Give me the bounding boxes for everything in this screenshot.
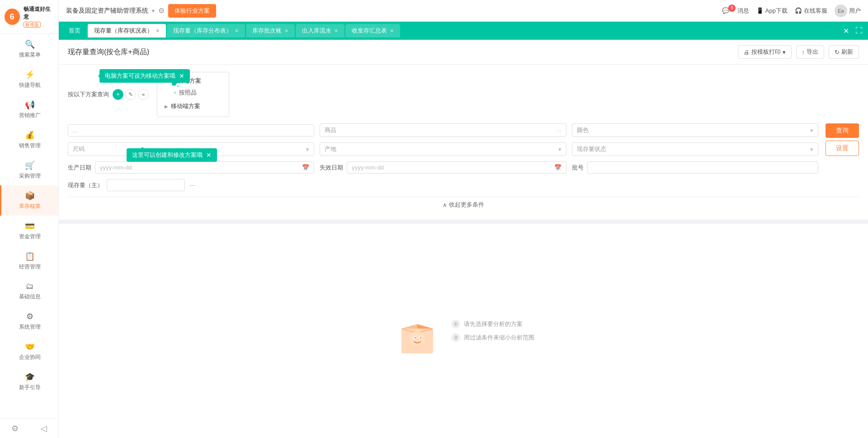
tab-close-batch[interactable]: ✕ [284,28,288,34]
sidebar-item-marketing[interactable]: 📢 营销推广 [0,94,58,125]
settings-bottom-icon[interactable]: ⚙ [11,424,19,433]
sales-icon: 💰 [25,130,35,140]
topbar-settings-icon[interactable]: ⚙ [158,6,165,15]
tooltip-scheme-close-btn[interactable]: ✕ [179,72,184,80]
tabs-bar: 首页 现存量（库存状况表） ✕ 现存量（库存分布表） ✕ 库存批次账 ✕ 出入库… [59,22,868,40]
expire-date-group: 失效日期 yyyy-mm-dd 📅 [320,161,566,174]
filter-label: 按以下方案查询 [68,90,109,99]
query-btn[interactable]: 查询 [826,123,859,138]
color-select[interactable]: 颜色 ▾ [572,123,818,137]
size-arrow-icon: ▾ [306,146,309,153]
sidebar-item-guide[interactable]: 🎓 新手引导 [0,367,58,397]
tooltip-edit-close-btn[interactable]: ✕ [206,151,212,159]
sidebar-label-search: 搜索菜单 [19,51,41,59]
stock-main-min-input[interactable] [107,179,185,191]
scheme-item-product[interactable]: 按照品 [161,87,225,99]
empty-hints: ① 请先选择要分析的方案 ② 用过滤条件来缩小分析范围 [451,320,534,342]
basic-icon: 🗂 [26,282,34,291]
stock-status-select[interactable]: 现存量状态 ▾ [572,142,818,156]
sidebar-item-search[interactable]: 🔍 搜索菜单 [0,34,58,64]
empty-hint-1: ① 请先选择要分析的方案 [451,320,534,329]
topbar-user[interactable]: Ea 用户 [835,5,861,17]
phone-icon: 📱 [756,7,764,14]
expire-date-placeholder: yyyy-mm-dd [352,164,384,171]
content-area: 现存量查询(按仓库+商品) 🖨 按模板打印 ▾ ↑ 导出 ↻ 刷新 [59,40,868,438]
sidebar-item-system[interactable]: ⚙ 系统管理 [0,306,58,336]
batch-input[interactable] [587,161,818,174]
tab-close-all-icon[interactable]: ✕ [841,27,851,35]
sidebar-item-sales[interactable]: 💰 销售管理 [0,125,58,155]
page-title: 现存量查询(按仓库+商品) [68,47,149,57]
print-icon: 🖨 [744,49,750,56]
sidebar-item-ops[interactable]: 📋 经营管理 [0,246,58,276]
tab-close-inventory-dist[interactable]: ✕ [235,28,239,34]
warehouse-field[interactable]: ... [68,124,314,137]
stock-main-group: 现存量（主） — [68,179,197,191]
sidebar-item-quick[interactable]: ⚡ 快捷导航 [0,64,58,94]
system-dropdown-icon[interactable]: ▾ [152,8,155,14]
sidebar-item-finance[interactable]: 💳 资金管理 [0,216,58,246]
tab-inventory-status[interactable]: 现存量（库存状况表） ✕ [88,24,166,38]
experience-btn[interactable]: 体验行业方案 [168,4,216,18]
tab-home[interactable]: 首页 [62,24,87,38]
avatar-text: Ea [838,8,844,14]
sidebar-label-marketing: 营销推广 [19,112,41,119]
collapse-bar[interactable]: ∧ 收起更多条件 [68,197,859,212]
print-label: 按模板打印 [751,48,781,56]
prod-date-input[interactable]: yyyy-mm-dd 📅 [95,161,314,174]
topbar-left: 装备及固定资产辅助管理系统 ▾ ⚙ 体验行业方案 [66,4,717,18]
empty-state: ① 请先选择要分析的方案 ② 用过滤条件来缩小分析范围 [59,224,868,438]
tab-recv-sum[interactable]: 收发存汇总表 ✕ [345,24,400,38]
expire-date-calendar-icon[interactable]: 📅 [554,164,561,171]
scheme-group-mobile-header[interactable]: ▶ 移动端方案 [161,100,225,112]
sidebar-item-inventory[interactable]: 📦 库存核算 [0,185,58,216]
print-template-btn[interactable]: 🖨 按模板打印 ▾ [738,45,792,59]
logo-badge: 标准版 [24,22,41,28]
filter-edit-btn[interactable]: ✎ [125,89,136,100]
tab-close-inout[interactable]: ✕ [334,28,338,34]
logo-text: 畅通道好生意 标准版 [24,5,54,28]
sidebar-item-collab[interactable]: 🤝 企业协同 [0,336,58,367]
tab-inout[interactable]: 出入库流水 ✕ [296,24,344,38]
sidebar-label-ops: 经营管理 [19,263,41,271]
system-icon: ⚙ [26,311,33,321]
stock-status-label: 现存量状态 [577,145,606,153]
marketing-icon: 📢 [25,100,35,110]
msg-count-badge: 9 [728,5,736,12]
tab-close-inventory-status[interactable]: ✕ [156,28,160,34]
topbar-msg[interactable]: 💬 9 消息 [722,7,749,15]
sidebar-item-basic[interactable]: 🗂 基础信息 [0,276,58,306]
sidebar-item-purchase[interactable]: 🛒 采购管理 [0,155,58,185]
topbar-app[interactable]: 📱 App下载 [756,7,788,15]
tab-fullscreen-icon[interactable]: ⛶ [854,27,864,35]
collapse-icon[interactable]: ◁ [41,424,47,433]
sidebar-label-system: 系统管理 [19,323,41,331]
tooltip-edit: 这里可以创建和修改方案哦 ✕ [127,148,217,162]
sidebar-label-basic: 基础信息 [19,293,41,301]
tab-close-recv-sum[interactable]: ✕ [390,28,394,34]
sidebar-logo: 6 畅通道好生意 标准版 [0,0,58,34]
batch-group: 批号 [572,161,818,174]
topbar-service[interactable]: 🎧 在线客服 [795,7,827,15]
goods-label: 商品 [325,126,336,134]
origin-arrow-icon: ▾ [558,146,561,153]
prod-date-calendar-icon[interactable]: 📅 [302,164,309,171]
tab-inventory-dist[interactable]: 现存量（库存分布表） ✕ [167,24,245,38]
refresh-btn[interactable]: ↻ 刷新 [829,45,859,59]
tab-batch[interactable]: 库存批次账 ✕ [246,24,295,38]
set-btn[interactable]: 设置 [826,141,859,156]
prod-date-group: 生产日期 yyyy-mm-dd 📅 [68,161,314,174]
avatar: Ea [835,5,847,17]
system-name: 装备及固定资产辅助管理系统 [66,7,148,15]
origin-select[interactable]: 产地 ▾ [320,142,566,156]
filter-back-btn[interactable]: « [138,89,149,100]
origin-label: 产地 [325,145,336,153]
sidebar-label-guide: 新手引导 [19,384,41,391]
goods-field[interactable]: 商品 ··· [320,123,566,137]
filter-add-btn[interactable]: + [113,89,123,100]
export-btn[interactable]: ↑ 导出 [796,45,825,59]
refresh-icon: ↻ [835,49,840,56]
filter-icon-group: + ✎ « [113,89,149,100]
sidebar-label-quick: 快捷导航 [19,81,41,89]
expire-date-input[interactable]: yyyy-mm-dd 📅 [347,161,566,174]
